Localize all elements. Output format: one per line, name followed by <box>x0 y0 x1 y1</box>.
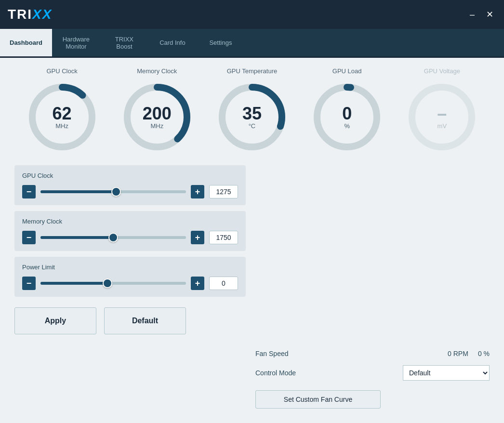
gauge-gpu-load-value: 0 % <box>342 105 352 130</box>
main-content: GPU Clock 62 MHz Memory Clock <box>0 58 504 423</box>
gpu-clock-slider-row: − + <box>22 185 238 198</box>
gauge-gpu-clock-value: 62 MHz <box>53 105 72 130</box>
gauge-gpu-clock: GPU Clock 62 MHz <box>24 67 101 156</box>
control-mode-select[interactable]: Default Manual Auto <box>403 365 490 381</box>
gauge-gpu-temp-label: GPU Temperature <box>227 67 278 75</box>
fan-speed-row: Fan Speed 0 RPM 0 % <box>255 346 490 361</box>
gpu-clock-slider-track[interactable] <box>40 190 186 193</box>
gauge-memory-clock-label: Memory Clock <box>137 67 177 75</box>
power-limit-control: Power Limit − + <box>14 257 246 297</box>
tab-dashboard[interactable]: Dashboard <box>0 29 52 56</box>
gauge-gpu-temp: GPU Temperature 35 °C <box>213 67 291 156</box>
memory-clock-decrement-button[interactable]: − <box>22 231 36 244</box>
fan-speed-pct: 0 % <box>478 350 490 357</box>
gpu-clock-input[interactable] <box>209 185 238 198</box>
memory-clock-input[interactable] <box>209 231 238 244</box>
minimize-button[interactable]: – <box>465 8 479 21</box>
memory-clock-slider-track[interactable] <box>40 236 186 239</box>
power-limit-increment-button[interactable]: + <box>191 277 204 290</box>
apply-button[interactable]: Apply <box>14 307 96 334</box>
gauge-memory-clock: Memory Clock 200 MHz <box>119 67 196 156</box>
gpu-clock-increment-button[interactable]: + <box>191 185 204 198</box>
memory-clock-control: Memory Clock − + <box>14 211 246 251</box>
gpu-clock-control: GPU Clock − + <box>14 165 246 205</box>
gauge-gpu-load: GPU Load 0 % <box>308 67 385 156</box>
fan-speed-label: Fan Speed <box>255 350 448 357</box>
right-controls: Fan Speed 0 RPM 0 % Control Mode Default… <box>255 165 490 413</box>
titlebar: TRIXX – ✕ <box>0 0 504 29</box>
tab-settings[interactable]: Settings <box>197 29 245 56</box>
controls-section: GPU Clock − + Memory Clock − <box>14 165 490 413</box>
power-limit-slider-row: − + <box>22 277 238 290</box>
power-limit-decrement-button[interactable]: − <box>22 277 36 290</box>
memory-clock-control-title: Memory Clock <box>22 218 238 225</box>
gauge-gpu-voltage-value: – mV <box>437 105 447 130</box>
gauges-row: GPU Clock 62 MHz Memory Clock <box>14 67 490 156</box>
gauge-gpu-temp-value: 35 °C <box>242 105 262 130</box>
gauge-gpu-voltage-label: GPU Voltage <box>424 67 460 75</box>
gauge-gpu-clock-label: GPU Clock <box>46 67 77 75</box>
power-limit-control-title: Power Limit <box>22 264 238 271</box>
default-button[interactable]: Default <box>104 307 186 334</box>
power-limit-slider-track[interactable] <box>40 282 186 285</box>
navbar: Dashboard HardwareMonitor TRIXXBoost Car… <box>0 29 504 58</box>
gpu-clock-control-title: GPU Clock <box>22 172 238 179</box>
close-button[interactable]: ✕ <box>483 8 496 21</box>
left-controls: GPU Clock − + Memory Clock − <box>14 165 246 413</box>
power-limit-input[interactable] <box>209 277 238 290</box>
gauge-memory-clock-value: 200 MHz <box>143 105 172 130</box>
bottom-bar: Apply Default <box>14 303 246 334</box>
gauge-gpu-clock-canvas: 62 MHz <box>24 79 101 156</box>
tab-trixx-boost[interactable]: TRIXXBoost <box>100 29 148 56</box>
window-controls: – ✕ <box>465 8 496 21</box>
gauge-gpu-load-canvas: 0 % <box>308 79 385 156</box>
gauge-gpu-voltage: GPU Voltage – mV <box>403 67 480 156</box>
fan-speed-values: 0 RPM 0 % <box>448 350 490 357</box>
fan-section: Fan Speed 0 RPM 0 % Control Mode Default… <box>255 346 490 409</box>
set-fan-curve-button[interactable]: Set Custom Fan Curve <box>255 390 381 409</box>
fan-speed-rpm: 0 RPM <box>448 350 468 357</box>
control-mode-row: Control Mode Default Manual Auto <box>255 361 490 384</box>
tab-card-info[interactable]: Card Info <box>148 29 197 56</box>
memory-clock-slider-row: − + <box>22 231 238 244</box>
gauge-gpu-load-label: GPU Load <box>332 67 362 75</box>
control-mode-label: Control Mode <box>255 369 403 377</box>
tab-hardware-monitor[interactable]: HardwareMonitor <box>52 29 100 56</box>
gpu-clock-decrement-button[interactable]: − <box>22 185 36 198</box>
gauge-memory-clock-canvas: 200 MHz <box>119 79 196 156</box>
gauge-gpu-temp-canvas: 35 °C <box>213 79 291 156</box>
gauge-gpu-voltage-canvas: – mV <box>403 79 480 156</box>
memory-clock-increment-button[interactable]: + <box>191 231 204 244</box>
app-logo: TRIXX <box>8 7 52 22</box>
